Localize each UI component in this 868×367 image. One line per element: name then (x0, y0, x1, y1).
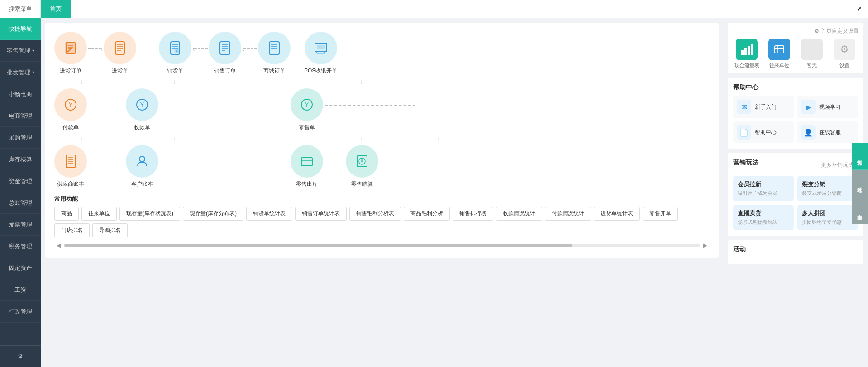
marketing-item-member[interactable]: 会员拉新 吸引用户成为会员 (733, 176, 794, 201)
node-jinghuo-dan[interactable]: 进货单 (104, 32, 136, 75)
scrollbar-track[interactable] (64, 244, 700, 247)
func-grid: 商品 往来单位 现存量(库存状况表) 现存量(库存分布表) 销货单统计表 销售订… (54, 207, 710, 237)
svg-text:¥: ¥ (176, 49, 178, 53)
sidebar-item-ecom-small[interactable]: 小畅电商 (0, 83, 41, 105)
func-btn-4[interactable]: 销货单统计表 (246, 207, 292, 221)
node-lingshou-jiesuan[interactable]: ¥ 零售结算 (346, 145, 378, 188)
svg-point-41 (139, 156, 145, 162)
func-btn-12[interactable]: 零售开单 (643, 207, 678, 221)
sidebar-item-admin[interactable]: 行政管理 (0, 301, 41, 323)
scroll-right-arrow[interactable]: ▶ (701, 242, 710, 249)
top-bar: 搜索菜单 首页 ⤢ (0, 0, 868, 18)
cashflow-icon (736, 39, 758, 60)
node-kehu[interactable]: 客户账本 (126, 145, 158, 188)
svg-rect-21 (269, 42, 279, 54)
help-item-support[interactable]: 👤 在线客服 (797, 121, 858, 143)
top-right: ⤢ (854, 5, 868, 14)
func-btn-5[interactable]: 销售订单统计表 (295, 207, 347, 221)
scroll-left-arrow[interactable]: ◀ (54, 242, 62, 249)
node-jinghuo-order[interactable]: 进货订单 (54, 32, 87, 75)
v-arrow-xiao: ↓ (173, 75, 176, 88)
marketing-item-live[interactable]: 直播卖货 场景式购物新玩法 (733, 205, 794, 230)
func-btn-3[interactable]: 现存量(库存分布表) (183, 207, 243, 221)
qa-label-settings: 设置 (839, 62, 849, 69)
scroll-row: ◀ ▶ (54, 242, 710, 249)
node-gongying[interactable]: 供应商账本 (54, 145, 87, 188)
node-xiao-order[interactable]: 销售订单 (209, 32, 241, 75)
marketing-title-fission: 裂变分销 (802, 180, 854, 188)
func-btn-2[interactable]: 现存量(库存状况表) (119, 207, 180, 221)
help-grid: ✉ 新手入门 ▶ 视频学习 📄 帮助中心 👤 在线客服 (733, 96, 858, 143)
func-btn-13[interactable]: 门店排名 (54, 223, 90, 237)
qa-item-cashflow[interactable]: 现金流量表 (732, 39, 761, 69)
sidebar-item-salary[interactable]: 工资 (0, 279, 41, 301)
help-item-help[interactable]: 📄 帮助中心 (733, 121, 794, 143)
sidebar-item-invoice[interactable]: 发票管理 (0, 214, 41, 236)
qa-label-empty: 暂无 (807, 62, 817, 69)
marketing-item-group[interactable]: 多人拼团 拼团购物享受优惠 (797, 205, 858, 230)
gear-button[interactable]: ⚙ (0, 345, 41, 367)
svg-rect-16 (220, 42, 230, 54)
node-shoukuan[interactable]: ¥ 收款单 (126, 88, 158, 131)
expand-icon[interactable]: ⤢ (854, 5, 863, 14)
v-arrow-shangcheng: ↓ (360, 75, 363, 88)
sidebar-item-wholesale[interactable]: 批发管理 ▾ (0, 62, 41, 83)
marketing-title-member: 会员拉新 (738, 180, 789, 188)
sidebar-item-finance[interactable]: 资金管理 (0, 170, 41, 192)
func-btn-7[interactable]: 商品毛利分析 (404, 207, 450, 221)
sidebar: 快捷导航 零售管理 ▾ 批发管理 ▾ 小畅电商 电商管理 采购管理 库存核算 资… (0, 18, 41, 367)
marketing-item-fission[interactable]: 裂变分销 裂变式发展分销商 (797, 176, 858, 201)
help-label-video: 视频学习 (819, 103, 841, 111)
sidebar-item-purchase[interactable]: 采购管理 (0, 127, 41, 149)
func-btn-10[interactable]: 付款情况统计 (545, 207, 591, 221)
help-item-video[interactable]: ▶ 视频学习 (797, 96, 858, 118)
help-label-support: 在线客服 (819, 129, 841, 136)
svg-rect-0 (65, 42, 76, 54)
sidebar-item-assets[interactable]: 固定资产 (0, 257, 41, 279)
node-xiaohuo-dan[interactable]: ¥ 销货单 (159, 32, 191, 75)
common-functions-title: 常用功能 (54, 195, 710, 203)
main-panel: 进货订单 › 进货单 (41, 18, 723, 367)
activities-card: 活动 (728, 240, 863, 264)
node-lingshou-cuku[interactable]: 零售出库 (291, 145, 323, 188)
qa-item-partners[interactable]: 往来单位 (765, 39, 794, 69)
quick-access: ⚙ 首页自定义设置 现金流量表 往来单位 (728, 23, 863, 73)
qa-settings[interactable]: ⚙ 首页自定义设置 (732, 27, 859, 35)
sidebar-item-retail[interactable]: 零售管理 ▾ (0, 40, 41, 62)
node-pos[interactable]: POS收银开单 (304, 32, 337, 75)
func-btn-6[interactable]: 销售毛利分析表 (349, 207, 401, 221)
node-fukuan[interactable]: ¥ 付款单 (54, 88, 87, 131)
func-btn-1[interactable]: 往来单位 (81, 207, 117, 221)
help-item-beginner[interactable]: ✉ 新手入门 (733, 96, 794, 118)
sidebar-item-quicknav[interactable]: 快捷导航 (0, 18, 41, 40)
workflow-card: 进货订单 › 进货单 (45, 23, 719, 258)
support-icon: 👤 (801, 125, 816, 140)
marketing-card: 营销玩法 更多营销玩法 > 会员拉新 吸引用户成为会员 裂变分销 裂变式发展分销… (728, 153, 863, 236)
qa-label-cashflow: 现金流量表 (734, 62, 759, 69)
func-btn-0[interactable]: 商品 (54, 207, 79, 221)
qa-label-partners: 往来单位 (769, 62, 789, 69)
search-menu[interactable]: 搜索菜单 (0, 0, 41, 18)
sidebar-item-ecom[interactable]: 电商管理 (0, 105, 41, 127)
sidebar-item-tax[interactable]: 税务管理 (0, 236, 41, 257)
svg-rect-5 (115, 42, 124, 54)
svg-rect-29 (317, 45, 325, 49)
svg-rect-52 (751, 44, 753, 55)
sidebar-bottom: ⚙ (0, 345, 41, 367)
float-btn-community[interactable]: 服务社区 (852, 170, 868, 197)
sidebar-item-ledger[interactable]: 总账管理 (0, 192, 41, 214)
node-lingshoudan[interactable]: ¥ 零售单 (291, 88, 323, 131)
func-btn-14[interactable]: 导购排名 (92, 223, 128, 237)
qa-item-settings[interactable]: ⚙ 设置 (830, 39, 859, 69)
sidebar-item-inventory[interactable]: 库存核算 (0, 149, 41, 170)
func-btn-8[interactable]: 销售排行榜 (453, 207, 493, 221)
float-btn-desktop[interactable]: 桌面快捷 (852, 197, 868, 224)
func-btn-11[interactable]: 进货单统计表 (594, 207, 640, 221)
home-tab[interactable]: 首页 (41, 0, 71, 18)
node-shangcheng[interactable]: 商城订单 (258, 32, 291, 75)
float-btn-service[interactable]: 客服热线 (852, 143, 868, 170)
video-icon: ▶ (801, 100, 816, 114)
help-label-beginner: 新手入门 (755, 103, 777, 111)
qa-item-empty[interactable]: 暂无 (797, 39, 826, 69)
func-btn-9[interactable]: 收款情况统计 (496, 207, 542, 221)
